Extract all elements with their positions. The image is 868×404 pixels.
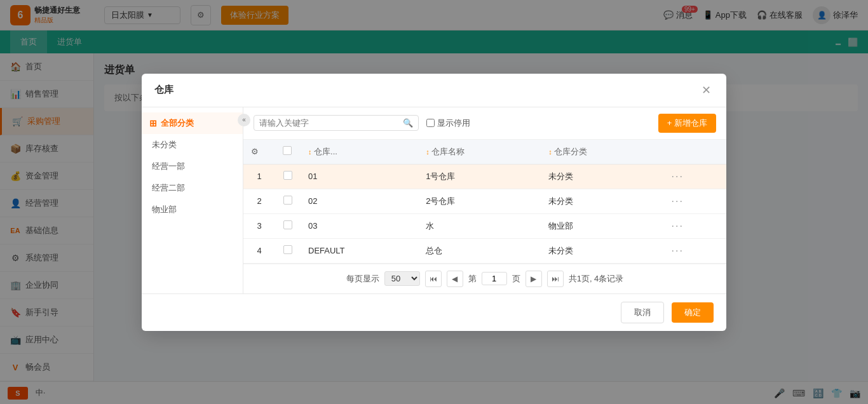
th-actions bbox=[664, 140, 726, 165]
th-name: ↕ 仓库名称 bbox=[418, 140, 541, 165]
td-row-actions[interactable]: ··· bbox=[664, 213, 726, 238]
row-checkbox[interactable] bbox=[283, 196, 292, 205]
modal-body: ⊞ 全部分类 « 未分类 经营一部 经营二部 物业部 🔍 bbox=[142, 107, 726, 293]
td-category: 未分类 bbox=[541, 189, 663, 213]
warehouse-modal: 仓库 ✕ ⊞ 全部分类 « 未分类 经营一部 经营二部 物业部 bbox=[142, 74, 726, 331]
total-info: 共1页, 4条记录 bbox=[569, 273, 624, 285]
prev-page-button[interactable]: ◀ bbox=[447, 271, 463, 287]
table-row[interactable]: 2 02 2号仓库 未分类 ··· bbox=[243, 189, 726, 213]
td-code: DEFAULT bbox=[301, 238, 418, 263]
table-header-row: ⚙ ↕ 仓库... ↕ bbox=[243, 140, 726, 165]
category-item-operations1[interactable]: 经营一部 bbox=[142, 156, 243, 177]
page-label-after: 页 bbox=[512, 273, 520, 285]
sort-icon-name: ↕ bbox=[426, 148, 430, 156]
category-item-operations2[interactable]: 经营二部 bbox=[142, 177, 243, 199]
td-code: 01 bbox=[301, 164, 418, 189]
category-panel: ⊞ 全部分类 « 未分类 经营一部 经营二部 物业部 bbox=[142, 107, 243, 293]
modal-overlay[interactable]: 仓库 ✕ ⊞ 全部分类 « 未分类 经营一部 经营二部 物业部 bbox=[0, 0, 868, 404]
modal-close-button[interactable]: ✕ bbox=[698, 83, 714, 98]
modal-title: 仓库 bbox=[154, 84, 173, 96]
td-category: 未分类 bbox=[541, 238, 663, 263]
td-index: 1 bbox=[243, 164, 275, 189]
search-input[interactable] bbox=[259, 118, 399, 128]
per-page-label: 每页显示 bbox=[346, 273, 379, 285]
td-index: 4 bbox=[243, 238, 275, 263]
last-page-button[interactable]: ⏭ bbox=[547, 271, 564, 287]
td-index: 3 bbox=[243, 213, 275, 238]
table-row[interactable]: 3 03 水 物业部 ··· bbox=[243, 213, 726, 238]
select-all-checkbox[interactable] bbox=[283, 146, 292, 155]
th-settings: ⚙ bbox=[243, 140, 275, 165]
table-row[interactable]: 4 DEFAULT 总仓 未分类 ··· bbox=[243, 238, 726, 263]
td-name: 2号仓库 bbox=[418, 189, 541, 213]
td-name: 总仓 bbox=[418, 238, 541, 263]
row-checkbox[interactable] bbox=[283, 245, 292, 254]
row-checkbox[interactable] bbox=[283, 171, 292, 180]
show-disabled-checkbox[interactable]: 显示停用 bbox=[426, 118, 470, 129]
td-checkbox[interactable] bbox=[275, 213, 301, 238]
add-warehouse-button[interactable]: + 新增仓库 bbox=[658, 114, 716, 133]
modal-footer: 取消 确定 bbox=[142, 293, 726, 331]
td-row-actions[interactable]: ··· bbox=[664, 238, 726, 263]
sort-icon-code: ↕ bbox=[308, 148, 312, 156]
sort-icon-category: ↕ bbox=[548, 148, 552, 156]
page-label-before: 第 bbox=[468, 273, 477, 285]
modal-pagination: 每页显示 50 20 100 ⏮ ◀ 第 页 ▶ ⏭ 共1页, 4条记录 bbox=[243, 264, 726, 293]
td-name: 1号仓库 bbox=[418, 164, 541, 189]
table-row[interactable]: 1 01 1号仓库 未分类 ··· bbox=[243, 164, 726, 189]
td-row-actions[interactable]: ··· bbox=[664, 189, 726, 213]
td-checkbox[interactable] bbox=[275, 164, 301, 189]
th-category: ↕ 仓库分类 bbox=[541, 140, 663, 165]
disabled-checkbox-input[interactable] bbox=[426, 119, 435, 127]
td-checkbox[interactable] bbox=[275, 238, 301, 263]
th-code: ↕ 仓库... bbox=[301, 140, 418, 165]
category-header[interactable]: ⊞ 全部分类 bbox=[142, 112, 243, 134]
td-code: 03 bbox=[301, 213, 418, 238]
search-box: 🔍 bbox=[254, 115, 419, 131]
td-index: 2 bbox=[243, 189, 275, 213]
category-all-label: 全部分类 bbox=[161, 118, 194, 129]
category-item-unclassified[interactable]: 未分类 bbox=[142, 134, 243, 156]
td-code: 02 bbox=[301, 189, 418, 213]
per-page-select[interactable]: 50 20 100 bbox=[384, 271, 420, 286]
category-collapse-button[interactable]: « bbox=[238, 114, 250, 126]
show-disabled-label: 显示停用 bbox=[437, 118, 470, 129]
current-page-input[interactable] bbox=[482, 272, 507, 285]
row-checkbox[interactable] bbox=[283, 220, 292, 229]
confirm-button[interactable]: 确定 bbox=[672, 302, 714, 323]
th-checkbox[interactable] bbox=[275, 140, 301, 165]
search-icon: 🔍 bbox=[403, 118, 413, 128]
td-row-actions[interactable]: ··· bbox=[664, 164, 726, 189]
first-page-button[interactable]: ⏮ bbox=[425, 271, 442, 287]
td-name: 水 bbox=[418, 213, 541, 238]
cancel-button[interactable]: 取消 bbox=[621, 302, 664, 323]
td-checkbox[interactable] bbox=[275, 189, 301, 213]
td-category: 物业部 bbox=[541, 213, 663, 238]
next-page-button[interactable]: ▶ bbox=[526, 271, 542, 287]
td-category: 未分类 bbox=[541, 164, 663, 189]
settings-th-icon: ⚙ bbox=[251, 147, 259, 156]
modal-right-content: 🔍 显示停用 + 新增仓库 ⚙ bbox=[243, 107, 726, 293]
modal-toolbar: 🔍 显示停用 + 新增仓库 bbox=[243, 107, 726, 140]
warehouse-table: ⚙ ↕ 仓库... ↕ bbox=[243, 140, 726, 264]
grid-icon: ⊞ bbox=[149, 118, 157, 128]
category-item-property[interactable]: 物业部 bbox=[142, 199, 243, 220]
modal-header: 仓库 ✕ bbox=[142, 74, 726, 107]
